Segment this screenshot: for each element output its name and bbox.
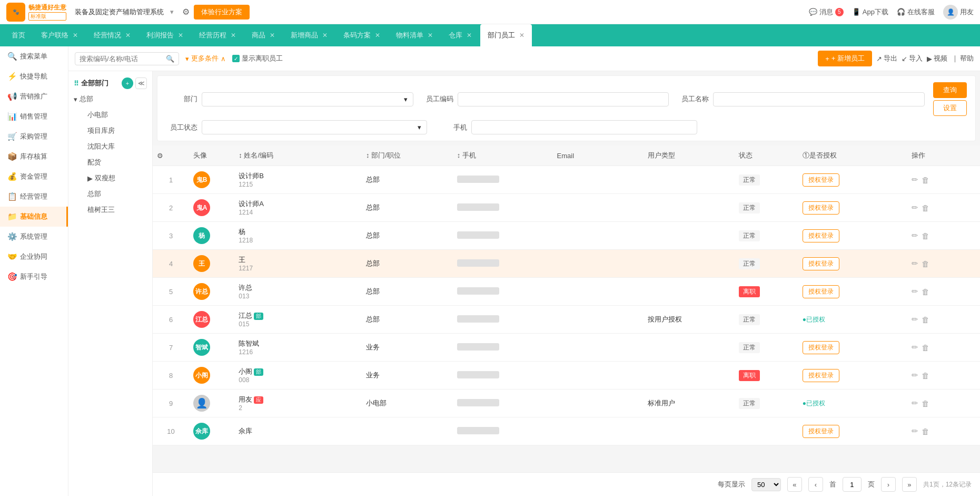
tab-warehouse[interactable]: 仓库✕ bbox=[441, 24, 479, 46]
delete-icon[interactable]: 🗑 bbox=[922, 371, 929, 380]
auth-btn[interactable]: 授权登录 bbox=[803, 201, 839, 215]
delete-icon[interactable]: 🗑 bbox=[922, 399, 929, 408]
sidebar-item-search[interactable]: 🔍 搜索菜单 bbox=[0, 46, 68, 66]
tab-barcode[interactable]: 条码方案✕ bbox=[336, 24, 388, 46]
close-icon[interactable]: ✕ bbox=[178, 32, 183, 39]
collapse-dept-btn[interactable]: ≪ bbox=[135, 77, 147, 89]
close-icon[interactable]: ✕ bbox=[428, 32, 433, 39]
sidebar-item-collab[interactable]: 🤝 企业协同 bbox=[0, 247, 68, 267]
close-icon[interactable]: ✕ bbox=[467, 32, 472, 39]
sidebar-item-inventory[interactable]: 📦 库存核算 bbox=[0, 147, 68, 167]
tab-customer[interactable]: 客户联络✕ bbox=[34, 24, 85, 46]
dept-item-xiaodibu[interactable]: 小电部 bbox=[68, 107, 152, 123]
prev-page-btn[interactable]: ‹ bbox=[808, 477, 823, 492]
user-menu[interactable]: 👤 用友 bbox=[943, 5, 974, 20]
sidebar-item-sales[interactable]: 📊 销售管理 bbox=[0, 106, 68, 127]
dept-item-headquarters-expand[interactable]: ▾ 总部 bbox=[68, 91, 152, 107]
app-download-btn[interactable]: 📱 App下载 bbox=[852, 7, 888, 17]
close-icon[interactable]: ✕ bbox=[231, 32, 236, 39]
tab-operation[interactable]: 经营情况✕ bbox=[86, 24, 138, 46]
sidebar-item-quicknav[interactable]: ⚡ 快捷导航 bbox=[0, 66, 68, 86]
edit-icon[interactable]: ✏ bbox=[912, 175, 918, 184]
th-phone[interactable]: ↕ 手机 bbox=[453, 145, 553, 166]
sidebar-item-finance[interactable]: 💰 资金管理 bbox=[0, 167, 68, 187]
import-btn[interactable]: ↙ 导入 bbox=[902, 54, 923, 63]
tab-profit[interactable]: 利润报告✕ bbox=[139, 24, 191, 46]
delete-icon[interactable]: 🗑 bbox=[922, 343, 929, 352]
show-resigned-toggle[interactable]: ✓ 显示离职员工 bbox=[232, 54, 283, 63]
view-btn[interactable]: ▶ 视频 bbox=[927, 54, 947, 63]
th-settings[interactable]: ⚙ bbox=[153, 145, 189, 166]
sidebar-item-marketing[interactable]: 📢 营销推广 bbox=[0, 86, 68, 106]
status-select[interactable]: ▾ bbox=[202, 120, 427, 134]
first-page-btn[interactable]: « bbox=[787, 477, 802, 492]
delete-icon[interactable]: 🗑 bbox=[922, 176, 929, 184]
delete-icon[interactable]: 🗑 bbox=[922, 315, 929, 324]
code-input[interactable] bbox=[458, 92, 669, 106]
close-icon[interactable]: ✕ bbox=[322, 32, 328, 39]
dept-item-shenyang[interactable]: 沈阳大库 bbox=[68, 139, 152, 154]
setting-btn[interactable]: 设置 bbox=[933, 100, 967, 116]
delete-icon[interactable]: 🗑 bbox=[922, 287, 929, 296]
edit-icon[interactable]: ✏ bbox=[912, 315, 918, 324]
delete-icon[interactable]: 🗑 bbox=[922, 259, 929, 268]
trial-btn[interactable]: 体验行业方案 bbox=[194, 5, 250, 20]
edit-icon[interactable]: ✏ bbox=[912, 287, 918, 296]
auth-btn[interactable]: 授权登录 bbox=[803, 173, 839, 187]
settings-icon[interactable]: ⚙ bbox=[182, 7, 190, 17]
delete-icon[interactable]: 🗑 bbox=[922, 203, 929, 212]
close-icon[interactable]: ✕ bbox=[270, 32, 275, 39]
auth-btn[interactable]: 授权登录 bbox=[803, 425, 839, 438]
message-btn[interactable]: 💬 消息 5 bbox=[809, 7, 844, 17]
edit-icon[interactable]: ✏ bbox=[912, 203, 918, 212]
tab-goods[interactable]: 商品✕ bbox=[244, 24, 282, 46]
dept-item-shuang[interactable]: ▶ 双瘦想 bbox=[68, 170, 152, 186]
add-employee-btn[interactable]: + + 新增员工 bbox=[818, 51, 872, 66]
more-filter-btn[interactable]: ▾ 更多条件 ∧ bbox=[185, 54, 226, 63]
phone-input[interactable] bbox=[471, 120, 697, 134]
dept-item-project[interactable]: 项目库房 bbox=[68, 123, 152, 139]
edit-icon[interactable]: ✏ bbox=[912, 231, 918, 240]
dept-item-zongbu[interactable]: 总部 bbox=[68, 186, 152, 202]
auth-btn[interactable]: 授权登录 bbox=[803, 285, 839, 298]
sidebar-item-basic[interactable]: 📁 基础信息 bbox=[0, 207, 68, 227]
query-btn[interactable]: 查询 bbox=[933, 82, 967, 98]
page-size-select[interactable]: 50 20 100 bbox=[751, 478, 781, 491]
sidebar-item-purchase[interactable]: 🛒 采购管理 bbox=[0, 127, 68, 147]
auth-btn[interactable]: 授权登录 bbox=[803, 257, 839, 270]
close-icon[interactable]: ✕ bbox=[73, 32, 78, 39]
close-icon[interactable]: ✕ bbox=[125, 32, 131, 39]
search-input[interactable] bbox=[80, 55, 164, 63]
auth-btn[interactable]: 授权登录 bbox=[803, 229, 839, 242]
tab-employees[interactable]: 部门员工✕ bbox=[480, 24, 532, 46]
help-btn[interactable]: ｜ 帮助 bbox=[952, 54, 974, 63]
dept-select[interactable]: ▾ bbox=[202, 92, 413, 106]
edit-icon[interactable]: ✏ bbox=[912, 259, 918, 268]
next-page-btn[interactable]: › bbox=[881, 477, 896, 492]
tab-bom[interactable]: 物料清单✕ bbox=[389, 24, 440, 46]
delete-icon[interactable]: 🗑 bbox=[922, 427, 929, 436]
edit-icon[interactable]: ✏ bbox=[912, 343, 918, 352]
tab-home[interactable]: 首页 bbox=[4, 24, 33, 46]
edit-icon[interactable]: ✏ bbox=[912, 371, 918, 380]
delete-icon[interactable]: 🗑 bbox=[922, 231, 929, 240]
auth-btn[interactable]: 授权登录 bbox=[803, 341, 839, 354]
close-icon[interactable]: ✕ bbox=[519, 32, 524, 39]
edit-icon[interactable]: ✏ bbox=[912, 426, 918, 436]
dept-item-distribution[interactable]: 配货 bbox=[68, 154, 152, 170]
last-page-btn[interactable]: » bbox=[902, 477, 917, 492]
system-title-arrow[interactable]: ▾ bbox=[170, 8, 174, 16]
edit-icon[interactable]: ✏ bbox=[912, 398, 918, 408]
sidebar-item-system[interactable]: ⚙️ 系统管理 bbox=[0, 227, 68, 247]
export-btn[interactable]: ↗ 导出 bbox=[876, 54, 897, 63]
add-dept-btn[interactable]: + bbox=[122, 77, 133, 89]
close-icon[interactable]: ✕ bbox=[375, 32, 380, 39]
auth-btn[interactable]: 授权登录 bbox=[803, 369, 839, 382]
sidebar-item-guide[interactable]: 🎯 新手引导 bbox=[0, 267, 68, 287]
online-service-btn[interactable]: 🎧 在线客服 bbox=[897, 7, 935, 17]
th-dept[interactable]: ↕ 部门/职位 bbox=[362, 145, 453, 166]
dept-item-zhishu[interactable]: 植树王三 bbox=[68, 202, 152, 218]
name-input[interactable] bbox=[713, 92, 925, 106]
th-name[interactable]: ↕ 姓名/编码 bbox=[234, 145, 362, 166]
tab-addgoods[interactable]: 新增商品✕ bbox=[283, 24, 335, 46]
